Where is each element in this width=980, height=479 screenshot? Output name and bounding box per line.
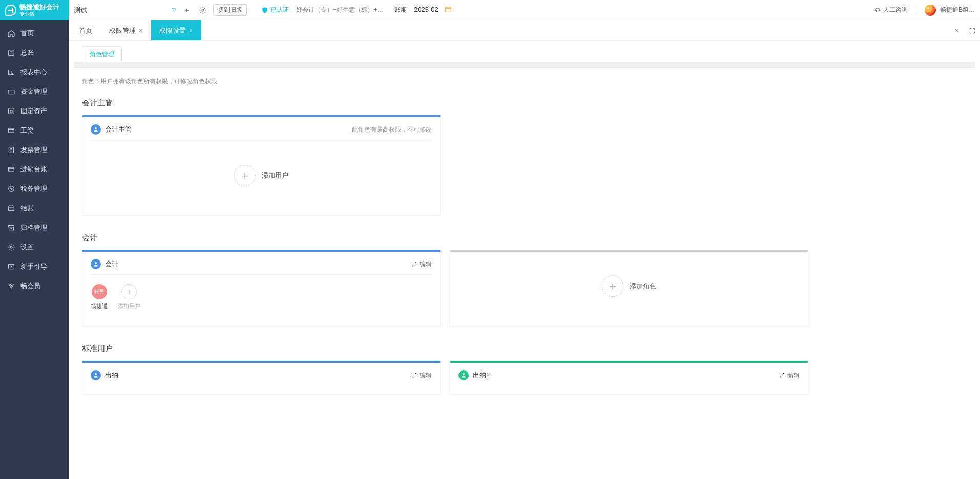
edit-role-button[interactable]: 编辑 [411, 260, 432, 269]
nav-guide[interactable]: 新手引导 [0, 257, 69, 276]
nav-tax[interactable]: 税务管理 [0, 179, 69, 199]
edit-role-button[interactable]: 编辑 [411, 371, 432, 380]
nav-label: 畅会员 [20, 281, 40, 291]
role-card-cashier: 出纳 编辑 [82, 361, 441, 394]
org-settings-button[interactable] [197, 4, 209, 16]
nav-label: 资金管理 [20, 87, 47, 96]
nav-label: 税务管理 [20, 184, 47, 193]
svg-rect-7 [9, 206, 14, 210]
nav-label: 设置 [20, 243, 34, 252]
edit-icon [779, 372, 785, 378]
nav-label: 首页 [20, 29, 34, 38]
nav-invoice[interactable]: 发票管理 [0, 140, 69, 160]
nav-label: 总账 [20, 48, 34, 57]
nav-archive[interactable]: 归档管理 [0, 218, 69, 237]
svg-point-10 [10, 246, 12, 248]
role-card-cashier2: 出纳2 编辑 [450, 361, 808, 394]
avatar[interactable] [925, 5, 936, 16]
tax-icon [7, 185, 15, 193]
nav-settings[interactable]: 设置 [0, 237, 69, 257]
org-selector[interactable]: 测试 ▽ [74, 6, 176, 15]
user-chip[interactable]: 账号 畅捷通 [91, 284, 108, 310]
verified-badge: 已认证 [261, 6, 289, 14]
close-icon[interactable]: × [139, 27, 142, 34]
wallet-icon [7, 88, 15, 96]
tabstrip: 首页 权限管理 × 权限设置 × × [69, 20, 980, 41]
edit-icon [411, 372, 418, 378]
fullscreen-button[interactable] [965, 20, 980, 40]
svg-rect-13 [445, 7, 451, 12]
tab-home[interactable]: 首页 [71, 20, 101, 40]
edit-role-button[interactable]: 编辑 [779, 371, 800, 380]
nav-home[interactable]: 首页 [0, 24, 69, 43]
cloud-upload-icon [5, 5, 16, 16]
close-all-tabs-button[interactable]: × [949, 20, 965, 40]
asset-icon [7, 107, 15, 115]
calendar-icon[interactable] [445, 6, 452, 14]
plus-icon: ＋ [121, 284, 137, 299]
svg-point-14 [95, 127, 97, 129]
plus-icon: ＋ [234, 165, 256, 186]
archive-icon [7, 224, 15, 232]
add-role-card: ＋ 添加角色 [450, 250, 808, 326]
help-button[interactable]: 人工咨询 [874, 6, 908, 14]
shield-icon [261, 7, 268, 14]
salary-icon [7, 126, 15, 135]
section-title: 会计主管 [82, 98, 967, 108]
tab-label: 权限设置 [159, 26, 186, 35]
nav-label: 固定资产 [20, 106, 47, 116]
subtab-role-mgmt[interactable]: 角色管理 [82, 46, 122, 62]
tab-permission-mgmt[interactable]: 权限管理 × [101, 20, 151, 40]
headset-icon [874, 7, 881, 14]
tab-label: 权限管理 [109, 26, 136, 35]
tab-label: 首页 [79, 26, 92, 35]
section-supervisor: 会计主管 会计主管 此角色有最高权限，不可修改 [74, 91, 975, 226]
add-org-button[interactable]: ＋ [180, 4, 193, 16]
nav-report[interactable]: 报表中心 [0, 62, 69, 82]
close-icon[interactable]: × [189, 27, 193, 34]
nav-label: 新手引导 [20, 262, 47, 271]
svg-point-17 [463, 373, 465, 375]
nav-label: 结账 [20, 204, 34, 213]
role-name: 会计主管 [105, 125, 132, 134]
svg-rect-2 [9, 108, 14, 114]
logo[interactable]: 畅捷通好会计 专业版 [0, 0, 69, 20]
nav-asset[interactable]: 固定资产 [0, 101, 69, 121]
nav-label: 发票管理 [20, 145, 47, 155]
svg-point-15 [95, 262, 97, 264]
add-user-button[interactable]: ＋ 添加用户 [118, 284, 140, 310]
svg-rect-0 [9, 50, 14, 56]
user-icon [91, 124, 101, 135]
period-picker[interactable]: 2023-02 [414, 6, 439, 14]
svg-rect-3 [9, 128, 14, 133]
nav-close-books[interactable]: 结账 [0, 199, 69, 218]
nav-stock[interactable]: 进销台账 [0, 160, 69, 179]
user-name: 畅捷通 [91, 302, 108, 310]
nav-fund[interactable]: 资金管理 [0, 82, 69, 101]
vip-icon [7, 282, 15, 290]
switch-old-version-button[interactable]: 切到旧版 [213, 4, 247, 16]
role-name: 出纳2 [473, 371, 490, 380]
section-title: 会计 [82, 233, 967, 243]
chevron-down-icon: ▽ [172, 7, 176, 13]
user-icon [458, 370, 469, 380]
svg-rect-5 [9, 167, 14, 171]
ledger-icon [7, 49, 15, 57]
nav-vip[interactable]: 畅会员 [0, 276, 69, 296]
user-menu[interactable]: 畅捷通B组… [940, 6, 975, 14]
section-standard-users: 标准用户 出纳 编辑 [74, 337, 975, 404]
tab-permission-settings[interactable]: 权限设置 × [151, 20, 201, 40]
role-readonly-note: 此角色有最高权限，不可修改 [352, 125, 432, 134]
gray-strip [74, 62, 975, 68]
edit-icon [411, 261, 418, 267]
guide-icon [7, 263, 15, 271]
nav-salary[interactable]: 工资 [0, 121, 69, 140]
stock-icon [7, 165, 15, 173]
add-role-button[interactable]: ＋ 添加角色 [602, 275, 656, 297]
gear-icon [7, 243, 15, 251]
nav-label: 报表中心 [20, 68, 47, 77]
add-user-button[interactable]: ＋ 添加用户 [234, 165, 288, 186]
nav-ledger[interactable]: 总账 [0, 43, 69, 62]
period-label: 账期 [394, 6, 407, 14]
main: 测试 ▽ ＋ 切到旧版 已认证 好会计（专）+好生意（标）+… 账期 2023-… [69, 0, 980, 479]
